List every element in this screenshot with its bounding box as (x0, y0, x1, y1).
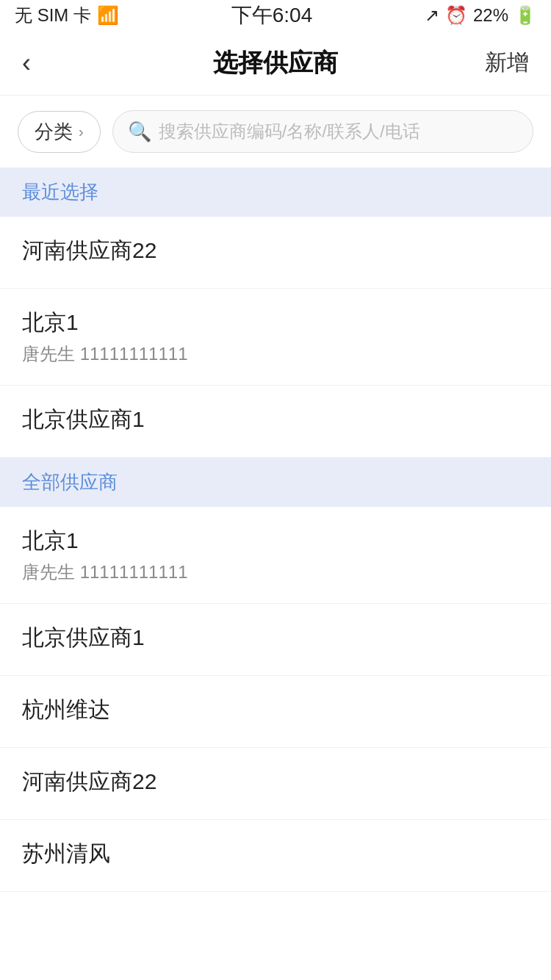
chevron-right-icon: › (79, 123, 84, 140)
nav-bar: ‹ 选择供应商 新增 (0, 31, 551, 96)
item-sub: 唐先生 11111111111 (22, 561, 529, 584)
list-item[interactable]: 杭州维达 (0, 676, 551, 748)
item-sub: 唐先生 11111111111 (22, 342, 529, 366)
item-name: 河南供应商22 (22, 236, 529, 266)
list-item[interactable]: 河南供应商22 (0, 748, 551, 820)
item-name: 北京供应商1 (22, 623, 529, 653)
item-name: 北京1 (22, 526, 529, 556)
list-item[interactable]: 北京1唐先生 11111111111 (0, 507, 551, 604)
wifi-icon: 📶 (97, 5, 119, 26)
battery-icon: 🔋 (514, 5, 536, 26)
category-button[interactable]: 分类 › (18, 111, 101, 153)
add-new-button[interactable]: 新增 (485, 48, 529, 78)
item-name: 苏州清风 (22, 839, 529, 869)
list-item[interactable]: 北京供应商1 (0, 604, 551, 676)
sections-container: 最近选择河南供应商22北京1唐先生 11111111111北京供应商1全部供应商… (0, 167, 551, 892)
list-item[interactable]: 北京1唐先生 11111111111 (0, 289, 551, 386)
search-icon: 🔍 (128, 120, 151, 143)
page-title: 选择供应商 (213, 46, 338, 80)
back-button[interactable]: ‹ (22, 48, 66, 79)
item-name: 北京供应商1 (22, 405, 529, 435)
item-name: 河南供应商22 (22, 767, 529, 797)
search-bar[interactable]: 🔍 搜索供应商编码/名称/联系人/电话 (112, 110, 533, 153)
list-item[interactable]: 北京供应商1 (0, 386, 551, 458)
battery-label: 22% (473, 5, 508, 26)
sim-label: 无 SIM 卡 (15, 4, 91, 27)
category-label: 分类 (35, 119, 73, 145)
item-name: 北京1 (22, 308, 529, 338)
filter-bar: 分类 › 🔍 搜索供应商编码/名称/联系人/电话 (0, 96, 551, 167)
list-item[interactable]: 河南供应商22 (0, 217, 551, 289)
section-header-all: 全部供应商 (0, 458, 551, 507)
location-icon: ↗ (425, 5, 439, 26)
status-time: 下午6:04 (231, 1, 313, 29)
alarm-icon: ⏰ (445, 5, 467, 26)
section-header-recent: 最近选择 (0, 167, 551, 217)
status-right: ↗ ⏰ 22% 🔋 (425, 5, 536, 26)
status-left: 无 SIM 卡 📶 (15, 4, 119, 27)
search-placeholder: 搜索供应商编码/名称/联系人/电话 (159, 120, 420, 143)
list-item[interactable]: 苏州清风 (0, 820, 551, 892)
status-bar: 无 SIM 卡 📶 下午6:04 ↗ ⏰ 22% 🔋 (0, 0, 551, 31)
item-name: 杭州维达 (22, 695, 529, 725)
